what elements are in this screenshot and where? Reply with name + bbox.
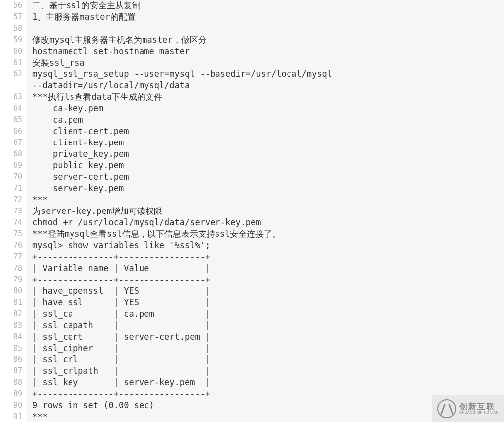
code-line: server-cert.pem	[32, 171, 504, 183]
line-number: 88	[0, 377, 22, 388]
code-line: client-cert.pem	[32, 126, 504, 137]
line-number: 84	[0, 331, 22, 343]
code-line: | have_openssl | YES |	[32, 285, 504, 297]
code-line: ***登陆mysql查看ssl信息，以下信息表示支持ssl安全连接了。	[32, 228, 504, 240]
code-line: | ssl_ca | ca.pem |	[32, 308, 504, 320]
code-line: | ssl_crl | |	[32, 354, 504, 365]
line-number: 83	[0, 320, 22, 331]
code-line: server-key.pem	[32, 183, 504, 194]
line-number: 63	[0, 91, 22, 103]
line-number: 90	[0, 400, 22, 411]
logo-text-cn: 创新互联	[459, 402, 499, 411]
line-number: 60	[0, 46, 22, 57]
code-line: 修改mysql主服务器主机名为master，做区分	[32, 34, 504, 46]
code-line: | Variable_name | Value |	[32, 263, 504, 274]
line-number: 85	[0, 343, 22, 354]
code-line: +---------------+-----------------+	[32, 274, 504, 285]
line-number: 57	[0, 11, 22, 23]
code-line: public_key.pem	[32, 160, 504, 171]
code-line: mysql_ssl_rsa_setup --user=mysql --based…	[32, 69, 504, 80]
code-line: ***执行ls查看data下生成的文件	[32, 91, 504, 103]
line-number: 80	[0, 285, 22, 297]
code-line: +---------------+-----------------+	[32, 251, 504, 263]
code-line: | ssl_capath | |	[32, 320, 504, 331]
line-number: 86	[0, 354, 22, 365]
code-line: | ssl_crlpath | |	[32, 365, 504, 377]
code-line: client-key.pem	[32, 137, 504, 148]
code-line: 二、基于ssl的安全主从复制	[32, 0, 504, 11]
code-line: | ssl_cert | server-cert.pem |	[32, 331, 504, 343]
code-line: --datadir=/usr/local/mysql/data	[32, 80, 504, 91]
line-number: 71	[0, 183, 22, 194]
line-number: 91	[0, 411, 22, 422]
code-line: mysql> show variables like '%ssl%';	[32, 240, 504, 251]
line-number: 74	[0, 217, 22, 228]
code-line: ca-key.pem	[32, 103, 504, 114]
line-number-wrap	[0, 80, 22, 91]
line-number: 72	[0, 194, 22, 206]
code-line	[32, 23, 504, 34]
line-number-gutter: 5657585960616263646566676869707172737475…	[0, 0, 27, 422]
code-line: private_key.pem	[32, 148, 504, 160]
line-number: 77	[0, 251, 22, 263]
code-line: ***	[32, 194, 504, 206]
code-line: 安装ssl_rsa	[32, 57, 504, 69]
line-number: 61	[0, 57, 22, 69]
code-viewer: 5657585960616263646566676869707172737475…	[0, 0, 504, 422]
code-line: 为server-key.pem增加可读权限	[32, 206, 504, 217]
line-number: 75	[0, 228, 22, 240]
line-number: 79	[0, 274, 22, 285]
line-number: 73	[0, 206, 22, 217]
line-number: 70	[0, 171, 22, 183]
line-number: 76	[0, 240, 22, 251]
line-number: 62	[0, 69, 22, 80]
line-number: 78	[0, 263, 22, 274]
line-number: 66	[0, 126, 22, 137]
line-number: 68	[0, 148, 22, 160]
line-number: 59	[0, 34, 22, 46]
line-number: 67	[0, 137, 22, 148]
logo-text: 创新互联 CHUANG XIN HU LIAN	[459, 402, 499, 415]
logo-icon	[437, 399, 456, 418]
line-number: 58	[0, 23, 22, 34]
code-line: | ssl_cipher | |	[32, 343, 504, 354]
code-content[interactable]: 二、基于ssl的安全主从复制1、主服务器master的配置修改mysql主服务器…	[27, 0, 504, 422]
logo-text-en: CHUANG XIN HU LIAN	[459, 411, 499, 415]
line-number: 69	[0, 160, 22, 171]
line-number: 81	[0, 297, 22, 308]
watermark-logo: 创新互联 CHUANG XIN HU LIAN	[432, 395, 504, 422]
code-line: | have_ssl | YES |	[32, 297, 504, 308]
code-line: ca.pem	[32, 114, 504, 126]
code-line: 1、主服务器master的配置	[32, 11, 504, 23]
line-number: 82	[0, 308, 22, 320]
code-line: hostnamectl set-hostname master	[32, 46, 504, 57]
line-number: 65	[0, 114, 22, 126]
line-number: 89	[0, 388, 22, 400]
line-number: 56	[0, 0, 22, 11]
line-number: 87	[0, 365, 22, 377]
line-number: 64	[0, 103, 22, 114]
code-line: chmod +r /usr/local/mysql/data/server-ke…	[32, 217, 504, 228]
code-line: | ssl_key | server-key.pem |	[32, 377, 504, 388]
